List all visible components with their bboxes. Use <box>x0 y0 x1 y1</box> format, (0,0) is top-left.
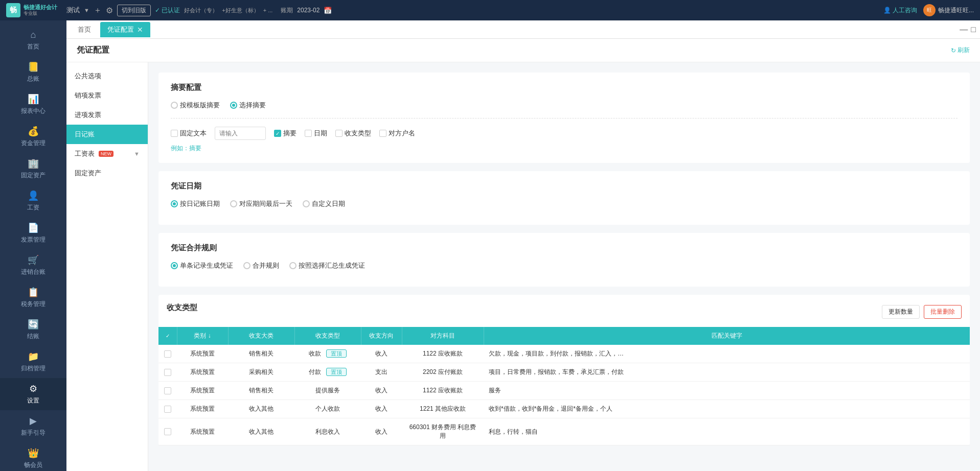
left-item-purchase-invoice[interactable]: 进项发票 <box>66 105 148 125</box>
left-item-sales-invoice[interactable]: 销项发票 <box>66 86 148 105</box>
row2-tag[interactable]: 置顶 <box>326 368 347 376</box>
left-item-public[interactable]: 公共选项 <box>66 66 148 86</box>
checkbox-date[interactable]: 日期 <box>305 129 327 138</box>
row3-check[interactable] <box>158 382 177 400</box>
invoice-mgmt-icon: 📄 <box>28 222 39 233</box>
checkbox-payment-type[interactable]: 收支类型 <box>335 129 371 138</box>
row1-tag[interactable]: 置顶 <box>326 349 347 358</box>
salary-icon: 👤 <box>28 190 39 201</box>
radio-single[interactable]: 单条记录生成凭证 <box>171 261 233 270</box>
row4-keywords: 收到*借款，收到*备用金，退回*备用金，个人 <box>484 400 970 418</box>
sidebar-item-ledger[interactable]: 📒 总账 <box>0 56 66 88</box>
row5-keywords: 利息，行转，猫自 <box>484 418 970 445</box>
row1-keywords: 欠款，现金，项目款，到付款，报销款，汇入，… <box>484 345 970 363</box>
row2-bigtype: 采购相关 <box>228 363 294 382</box>
left-item-fixed-assets[interactable]: 固定资产 <box>66 163 148 183</box>
radio-selected-total[interactable]: 按照选择汇总生成凭证 <box>289 261 365 270</box>
service-btn[interactable]: 👤 人工咨询 <box>883 6 917 15</box>
date-checkbox <box>305 130 312 137</box>
checkbox-counterparty[interactable]: 对方户名 <box>379 129 415 138</box>
table-row: 系统预置 收入其他 个人收款 收入 1221 其他应收款 收到*借款，收到*备用… <box>158 400 970 418</box>
sidebar-label-settings: 设置 <box>27 396 39 405</box>
row2-dir: 支出 <box>361 363 402 382</box>
refresh-btn[interactable]: ↻ 刷新 <box>951 46 970 55</box>
sidebar-label-settle: 结账 <box>27 332 39 341</box>
sidebar-label-member: 畅会员 <box>24 461 42 469</box>
row5-type: 系统预置 <box>177 418 228 445</box>
th-smalltype: 收支类型 <box>294 327 361 345</box>
switch-old-btn[interactable]: 切到旧版 <box>117 5 151 16</box>
tab-maximize-btn[interactable]: □ <box>971 25 976 34</box>
row2-check[interactable] <box>158 363 177 382</box>
tax-icon: 📋 <box>28 287 39 298</box>
certified-tag: ✓ 已认证 <box>155 6 180 15</box>
sidebar-item-settle[interactable]: 🔄 结账 <box>0 314 66 346</box>
left-item-journal[interactable]: 日记账 <box>66 125 148 144</box>
row3-dir: 收入 <box>361 382 402 400</box>
purchase-icon: 🛒 <box>28 254 39 266</box>
voucher-date-title: 凭证日期 <box>171 181 958 191</box>
settings-icon[interactable]: ⚙ <box>106 6 113 15</box>
sidebar-item-assets[interactable]: 🏢 固定资产 <box>0 153 66 185</box>
radio-select[interactable]: 选择摘要 <box>230 101 266 110</box>
journal-date-label: 按日记账日期 <box>180 199 220 208</box>
select-all-checkbox[interactable]: ✓ <box>164 333 171 340</box>
sidebar-item-member[interactable]: 👑 畅会员 <box>0 442 66 471</box>
sidebar-label-purchase: 进销台账 <box>21 268 45 276</box>
arrow-down-icon[interactable]: ▼ <box>84 7 89 13</box>
checkbox-summary[interactable]: ✓ 摘要 <box>274 129 297 138</box>
table-row: 系统预置 销售相关 提供服务 收入 1122 应收账款 服务 <box>158 382 970 400</box>
sidebar-item-archive[interactable]: 📁 归档管理 <box>0 346 66 378</box>
tab-bar: 首页 凭证配置 ✕ — □ <box>66 20 980 39</box>
income-expense-section: 收支类型 更新数量 批量删除 ✓ <box>158 295 970 445</box>
row2-type: 系统预置 <box>177 363 228 382</box>
sidebar-item-funds[interactable]: 💰 资金管理 <box>0 121 66 153</box>
top-bar-right: 👤 人工咨询 旺 畅捷通旺旺... <box>883 4 974 16</box>
row4-account: 1221 其他应收款 <box>402 400 484 418</box>
left-item-payroll[interactable]: 工资表 NEW ▼ <box>66 144 148 163</box>
left-panel: 公共选项 销项发票 进项发票 日记账 工资表 NEW ▼ 固定资产 <box>66 62 148 471</box>
sidebar-item-invoice-mgmt[interactable]: 📄 发票管理 <box>0 217 66 249</box>
sidebar-item-settings[interactable]: ⚙ 设置 <box>0 378 66 410</box>
table-row: 系统预置 收入其他 利息收入 收入 660301 财务费用 利息费用 利息，行转… <box>158 418 970 445</box>
table-row: 系统预置 采购相关 付款 置顶 支出 2202 应付账款 项目，日常费用，报销款… <box>158 363 970 382</box>
update-btn[interactable]: 更新数量 <box>882 305 920 319</box>
radio-journal-date[interactable]: 按日记账日期 <box>171 199 220 208</box>
counterparty-checkbox <box>379 130 386 137</box>
row4-check[interactable] <box>158 400 177 418</box>
avatar: 旺 <box>923 4 936 16</box>
checkbox-fixed-text[interactable]: 固定文本 <box>171 129 207 138</box>
batch-delete-btn[interactable]: 批量删除 <box>924 305 962 319</box>
sidebar-item-tax[interactable]: 📋 税务管理 <box>0 281 66 314</box>
custom-date-label: 自定义日期 <box>312 199 345 208</box>
row1-check[interactable] <box>158 345 177 363</box>
sidebar-label-assets: 固定资产 <box>21 171 45 180</box>
tab-minimize-btn[interactable]: — <box>960 25 968 34</box>
sidebar-item-home[interactable]: ⌂ 首页 <box>0 25 66 56</box>
row1-bigtype: 销售相关 <box>228 345 294 363</box>
calendar-icon[interactable]: 📅 <box>324 7 332 14</box>
merge-rules-title: 凭证合并规则 <box>171 243 958 253</box>
single-label: 单条记录生成凭证 <box>180 261 233 270</box>
radio-merge[interactable]: 合并规则 <box>243 261 279 270</box>
sidebar-item-salary[interactable]: 👤 工资 <box>0 185 66 217</box>
row5-check[interactable] <box>158 418 177 445</box>
summary-radio-group: 按模板版摘要 选择摘要 <box>171 101 958 110</box>
radio-custom[interactable]: 自定义日期 <box>303 199 345 208</box>
sidebar-item-purchase[interactable]: 🛒 进销台账 <box>0 249 66 281</box>
th-type[interactable]: 类别 ↓ <box>177 327 228 345</box>
sidebar-item-reports[interactable]: 📊 报表中心 <box>0 88 66 121</box>
sidebar-item-guide[interactable]: ▶ 新手引导 <box>0 410 66 442</box>
th-checkbox: ✓ <box>158 327 177 345</box>
user-menu[interactable]: 旺 畅捷通旺旺... <box>923 4 974 16</box>
tab-home-label: 首页 <box>78 26 91 33</box>
radio-template[interactable]: 按模板版摘要 <box>171 101 220 110</box>
tab-voucher-config[interactable]: 凭证配置 ✕ <box>100 22 150 37</box>
radio-period-last[interactable]: 对应期间最后一天 <box>230 199 292 208</box>
row3-type: 系统预置 <box>177 382 228 400</box>
add-icon[interactable]: ＋ <box>94 5 102 16</box>
tab-close-icon[interactable]: ✕ <box>137 26 143 34</box>
tab-home[interactable]: 首页 <box>71 22 98 37</box>
row4-smalltype: 个人收款 <box>294 400 361 418</box>
fixed-text-input[interactable] <box>215 127 266 140</box>
